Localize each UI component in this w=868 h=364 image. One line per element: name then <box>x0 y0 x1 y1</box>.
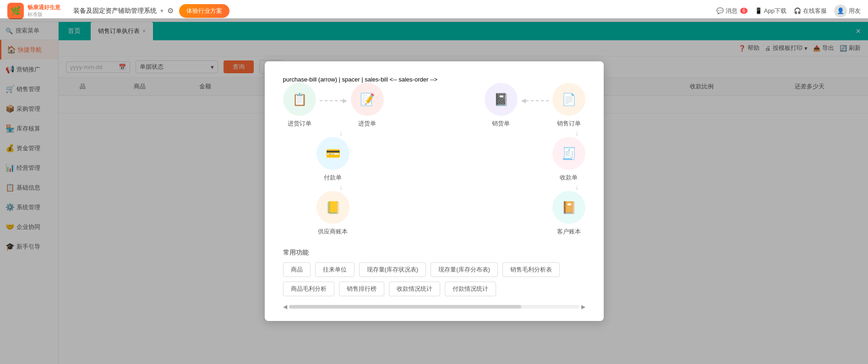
scroll-left-icon[interactable]: ◀ <box>283 304 287 310</box>
headset-icon: 🎧 <box>794 7 801 14</box>
system-name: 装备及固定资产辅助管理系统 <box>73 7 157 15</box>
logo-text: 畅康通好生意 标准版 <box>27 4 60 18</box>
settings-icon[interactable]: ⚙ <box>167 6 174 15</box>
content-area: 首页 销售订单执行表 × × ❓ 帮助 🖨 按模板打印 <box>59 22 868 364</box>
flow-node-purchase-order: 📋 进货订单 <box>283 83 316 128</box>
modal-overlay[interactable]: purchase-bill (arrow) | spacer | sales-b… <box>59 22 868 364</box>
trial-button[interactable]: 体验行业方案 <box>179 4 229 18</box>
flow-node-payment: 💳 付款单 <box>317 137 349 182</box>
purchase-order-label: 进货订单 <box>288 120 311 128</box>
supplier-account-circle: 📒 <box>317 191 349 224</box>
func-btn-product-profit[interactable]: 商品毛利分析 <box>283 282 334 296</box>
logo-area: 🌿 畅康通好生意 标准版 <box>7 3 66 19</box>
purchase-bill-label: 进货单 <box>358 120 376 128</box>
dropdown-arrow-icon[interactable]: ▾ <box>160 7 164 14</box>
purchase-bill-circle: 📝 <box>351 83 384 116</box>
function-buttons: 商品 往来单位 现存量(库存状况表) 现存量(库存分布表) 销售毛利分析表 商品… <box>283 262 585 296</box>
app-download-button[interactable]: 📱 App下载 <box>755 7 786 15</box>
receipt-circle: 🧾 <box>552 137 585 170</box>
modal: purchase-bill (arrow) | spacer | sales-b… <box>265 61 604 321</box>
sales-bill-circle: 📓 <box>485 83 518 116</box>
payment-label: 付款单 <box>324 174 342 182</box>
func-btn-product[interactable]: 商品 <box>283 262 311 277</box>
func-btn-receipt-stat[interactable]: 收款情况统计 <box>389 282 440 296</box>
scroll-track[interactable] <box>289 305 579 309</box>
customer-account-circle: 📔 <box>552 191 585 224</box>
user-menu[interactable]: 👤 用友 <box>834 5 861 17</box>
phone-icon: 📱 <box>755 7 762 14</box>
flow-node-receipt: 🧾 收款单 <box>552 137 585 182</box>
sales-bill-label: 销货单 <box>492 120 510 128</box>
func-btn-stock-status[interactable]: 现存量(库存状况表) <box>359 262 426 277</box>
flow-node-customer-account: 📔 客户账本 <box>552 191 585 236</box>
system-title: 装备及固定资产辅助管理系统 ▾ <box>73 7 164 15</box>
func-btn-partner[interactable]: 往来单位 <box>315 262 355 277</box>
flow-node-sales-bill: 📓 销货单 <box>485 83 518 128</box>
logo-icon: 🌿 <box>7 3 24 19</box>
scroll-right-icon[interactable]: ▶ <box>581 304 585 310</box>
avatar: 👤 <box>834 5 847 17</box>
customer-account-label: 客户账本 <box>557 228 581 236</box>
scroll-thumb[interactable] <box>289 305 521 309</box>
func-btn-sales-profit[interactable]: 销售毛利分析表 <box>502 262 560 277</box>
message-icon: 💬 <box>716 7 724 14</box>
purchase-order-circle: 📋 <box>283 83 316 116</box>
message-button[interactable]: 💬 消息 6 <box>716 7 748 15</box>
flow-node-purchase-bill: 📝 进货单 <box>351 83 384 128</box>
modal-scrollbar[interactable]: ◀ ▶ <box>283 304 585 310</box>
func-btn-sales-rank[interactable]: 销售排行榜 <box>339 282 384 296</box>
top-bar-right: 💬 消息 6 📱 App下载 🎧 在线客服 👤 用友 <box>716 5 861 17</box>
flow-node-sales-order: 📄 销售订单 <box>552 83 585 128</box>
sales-order-label: 销售订单 <box>557 120 581 128</box>
flow-node-supplier-account: 📒 供应商账本 <box>317 191 349 236</box>
payment-circle: 💳 <box>317 137 349 170</box>
supplier-account-label: 供应商账本 <box>318 228 348 236</box>
func-btn-stock-dist[interactable]: 现存量(库存分布表) <box>431 262 498 277</box>
online-service-button[interactable]: 🎧 在线客服 <box>794 7 827 15</box>
common-functions-title: 常用功能 <box>283 249 585 257</box>
func-btn-payment-stat[interactable]: 付款情况统计 <box>445 282 496 296</box>
message-badge: 6 <box>740 8 748 14</box>
sales-order-circle: 📄 <box>552 83 585 116</box>
receipt-label: 收款单 <box>560 174 578 182</box>
common-functions: 常用功能 商品 往来单位 现存量(库存状况表) 现存量(库存分布表) 销售毛利分… <box>283 249 585 296</box>
